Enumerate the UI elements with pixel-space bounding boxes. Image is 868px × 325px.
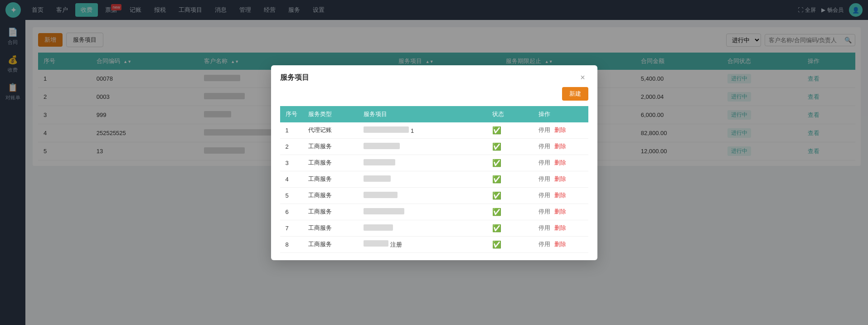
modal-cell-status: ✅ (487, 171, 533, 187)
modal-cell-num: 2 (280, 138, 303, 155)
status-check-icon: ✅ (492, 126, 501, 134)
modal-cell-item (358, 220, 487, 236)
modal-cell-action: 停用 删除 (533, 187, 588, 204)
delete-button[interactable]: 删除 (554, 208, 566, 215)
modal-table-row: 7 工商服务 ✅ 停用 删除 (280, 220, 588, 236)
modal-col-item: 服务项目 (358, 106, 487, 122)
modal-table-row: 4 工商服务 ✅ 停用 删除 (280, 171, 588, 187)
modal-col-action: 操作 (533, 106, 588, 122)
modal-cell-action: 停用 删除 (533, 155, 588, 171)
modal-cell-type: 工商服务 (303, 236, 358, 252)
modal-cell-type: 工商服务 (303, 187, 358, 204)
stop-button[interactable]: 停用 (538, 159, 550, 166)
modal-cell-type: 工商服务 (303, 220, 358, 236)
service-items-table: 序号 服务类型 服务项目 状态 操作 1 代理记账 1 ✅ 停用 删除 2 工商… (280, 106, 588, 253)
modal-col-num: 序号 (280, 106, 303, 122)
status-check-icon: ✅ (492, 192, 501, 199)
modal-cell-item (358, 171, 487, 187)
modal-cell-item (358, 155, 487, 171)
modal-title: 服务项目 (280, 73, 309, 82)
stop-button[interactable]: 停用 (538, 224, 550, 231)
status-check-icon: ✅ (492, 224, 501, 232)
modal-cell-status: ✅ (487, 155, 533, 171)
status-check-icon: ✅ (492, 175, 501, 183)
status-check-icon: ✅ (492, 208, 501, 216)
modal-col-type: 服务类型 (303, 106, 358, 122)
modal-cell-item: 注册 (358, 236, 487, 252)
delete-button[interactable]: 删除 (554, 143, 566, 150)
modal-cell-item: 1 (358, 122, 487, 139)
modal-body: 序号 服务类型 服务项目 状态 操作 1 代理记账 1 ✅ 停用 删除 2 工商… (271, 106, 597, 260)
modal-cell-status: ✅ (487, 236, 533, 252)
modal-close-button[interactable]: × (577, 73, 588, 83)
modal-cell-item (358, 187, 487, 204)
delete-button[interactable]: 删除 (554, 175, 566, 182)
modal-header: 服务项目 × (271, 65, 597, 87)
modal-cell-item (358, 138, 487, 155)
modal-cell-action: 停用 删除 (533, 220, 588, 236)
modal-cell-action: 停用 删除 (533, 122, 588, 139)
modal-cell-status: ✅ (487, 138, 533, 155)
modal-cell-status: ✅ (487, 220, 533, 236)
stop-button[interactable]: 停用 (538, 241, 550, 247)
stop-button[interactable]: 停用 (538, 208, 550, 215)
modal-cell-action: 停用 删除 (533, 138, 588, 155)
delete-button[interactable]: 删除 (554, 192, 566, 199)
modal-cell-action: 停用 删除 (533, 171, 588, 187)
stop-button[interactable]: 停用 (538, 126, 550, 133)
stop-button[interactable]: 停用 (538, 175, 550, 182)
modal-cell-status: ✅ (487, 204, 533, 220)
delete-button[interactable]: 删除 (554, 126, 566, 133)
modal-cell-action: 停用 删除 (533, 204, 588, 220)
modal-table-row: 3 工商服务 ✅ 停用 删除 (280, 155, 588, 171)
delete-button[interactable]: 删除 (554, 159, 566, 166)
modal-cell-num: 6 (280, 204, 303, 220)
modal-cell-type: 工商服务 (303, 138, 358, 155)
modal-toolbar: 新建 (271, 87, 597, 106)
service-modal: 服务项目 × 新建 序号 服务类型 服务项目 状态 操作 1 代理记账 1 ✅ (271, 65, 597, 260)
status-check-icon: ✅ (492, 159, 501, 167)
modal-cell-num: 8 (280, 236, 303, 252)
status-check-icon: ✅ (492, 241, 501, 248)
modal-table-row: 6 工商服务 ✅ 停用 删除 (280, 204, 588, 220)
modal-cell-status: ✅ (487, 187, 533, 204)
modal-table-row: 8 工商服务 注册 ✅ 停用 删除 (280, 236, 588, 252)
modal-cell-type: 工商服务 (303, 204, 358, 220)
modal-table-row: 5 工商服务 ✅ 停用 删除 (280, 187, 588, 204)
modal-cell-type: 工商服务 (303, 155, 358, 171)
stop-button[interactable]: 停用 (538, 143, 550, 150)
modal-cell-action: 停用 删除 (533, 236, 588, 252)
modal-cell-num: 7 (280, 220, 303, 236)
modal-table-row: 1 代理记账 1 ✅ 停用 删除 (280, 122, 588, 139)
stop-button[interactable]: 停用 (538, 192, 550, 199)
delete-button[interactable]: 删除 (554, 224, 566, 231)
modal-cell-type: 代理记账 (303, 122, 358, 139)
modal-cell-num: 3 (280, 155, 303, 171)
delete-button[interactable]: 删除 (554, 241, 566, 247)
modal-cell-num: 1 (280, 122, 303, 139)
status-check-icon: ✅ (492, 143, 501, 150)
modal-table-row: 2 工商服务 ✅ 停用 删除 (280, 138, 588, 155)
modal-cell-item (358, 204, 487, 220)
modal-col-status: 状态 (487, 106, 533, 122)
modal-cell-num: 4 (280, 171, 303, 187)
modal-cell-num: 5 (280, 187, 303, 204)
modal-new-button[interactable]: 新建 (562, 87, 588, 101)
modal-cell-status: ✅ (487, 122, 533, 139)
modal-cell-type: 工商服务 (303, 171, 358, 187)
